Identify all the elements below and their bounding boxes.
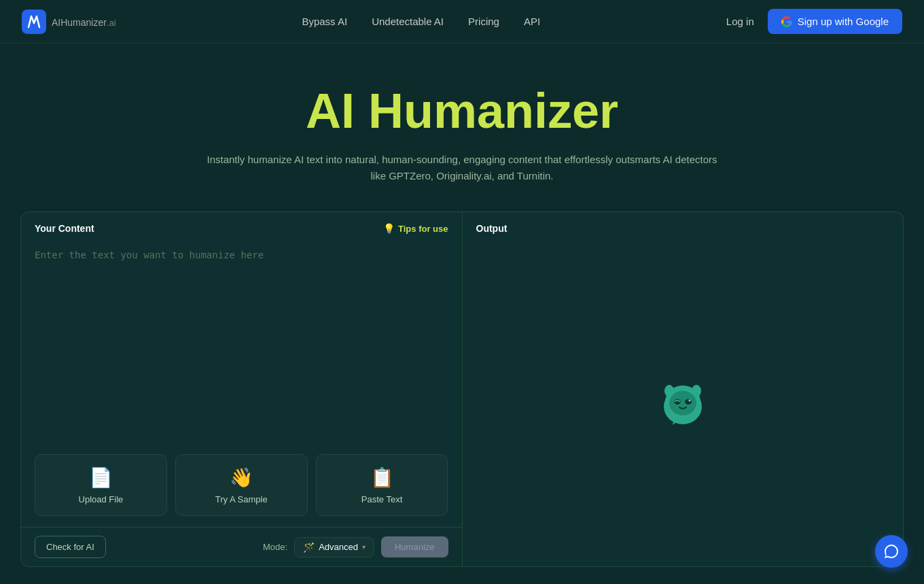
tips-icon: 💡 (383, 223, 395, 234)
nav-undetectable-ai[interactable]: Undetectable AI (372, 16, 444, 27)
google-icon (781, 16, 792, 27)
try-sample-label: Try A Sample (215, 494, 268, 504)
tips-label: Tips for use (398, 224, 448, 234)
login-link[interactable]: Log in (726, 16, 754, 27)
output-header: Output (463, 212, 904, 239)
hero-title: AI Humanizer (14, 84, 910, 138)
signup-button[interactable]: Sign up with Google (768, 9, 902, 34)
paste-text-card[interactable]: 📋 Paste Text (316, 454, 448, 516)
check-for-ai-button[interactable]: Check for AI (35, 536, 106, 558)
clipboard-icon: 📋 (370, 468, 394, 487)
logo[interactable]: AIHumanizer.ai (22, 10, 116, 34)
navbar: AIHumanizer.ai Bypass AI Undetectable AI… (0, 0, 924, 44)
mode-value: Advanced (319, 542, 358, 552)
hero-section: AI Humanizer Instantly humanize AI text … (0, 44, 924, 211)
humanize-button[interactable]: Humanize (381, 536, 448, 557)
mascot (656, 376, 710, 430)
mode-label: Mode: (263, 542, 287, 552)
nav-pricing[interactable]: Pricing (468, 16, 499, 27)
panel-bottom: Check for AI Mode: 🪄 Advanced ▾ Humanize (21, 527, 462, 566)
mode-emoji: 🪄 (303, 542, 315, 553)
try-sample-card[interactable]: 👋 Try A Sample (175, 454, 308, 516)
tips-link[interactable]: 💡 Tips for use (383, 223, 448, 234)
left-panel-header: Your Content 💡 Tips for use (21, 212, 462, 239)
svg-point-8 (688, 399, 690, 401)
chevron-down-icon: ▾ (362, 543, 366, 551)
paste-text-label: Paste Text (361, 494, 402, 504)
mode-dropdown[interactable]: 🪄 Advanced ▾ (294, 537, 374, 557)
svg-point-5 (669, 391, 696, 415)
logo-text: AIHumanizer.ai (52, 14, 116, 29)
action-cards: 📄 Upload File 👋 Try A Sample 📋 Paste Tex… (21, 443, 462, 527)
wave-icon: 👋 (230, 468, 253, 487)
nav-links: Bypass AI Undetectable AI Pricing API (302, 16, 540, 27)
chat-button[interactable] (875, 535, 908, 568)
output-content (463, 239, 904, 566)
your-content-label: Your Content (35, 223, 94, 234)
upload-icon: 📄 (89, 468, 113, 487)
upload-label: Upload File (79, 494, 124, 504)
nav-bypass-ai[interactable]: Bypass AI (302, 16, 347, 27)
upload-file-card[interactable]: 📄 Upload File (35, 454, 167, 516)
editor-wrapper: Your Content 💡 Tips for use 📄 Upload Fil… (7, 211, 917, 567)
nav-actions: Log in Sign up with Google (726, 9, 902, 34)
left-panel: Your Content 💡 Tips for use 📄 Upload Fil… (20, 211, 463, 567)
chat-icon (883, 543, 900, 560)
nav-api[interactable]: API (524, 16, 540, 27)
content-textarea[interactable] (21, 239, 462, 443)
logo-icon (22, 10, 46, 34)
svg-point-7 (685, 399, 692, 405)
hero-subtitle: Instantly humanize AI text into natural,… (204, 152, 720, 184)
mascot-svg (656, 376, 710, 430)
right-panel: Output (463, 211, 904, 567)
